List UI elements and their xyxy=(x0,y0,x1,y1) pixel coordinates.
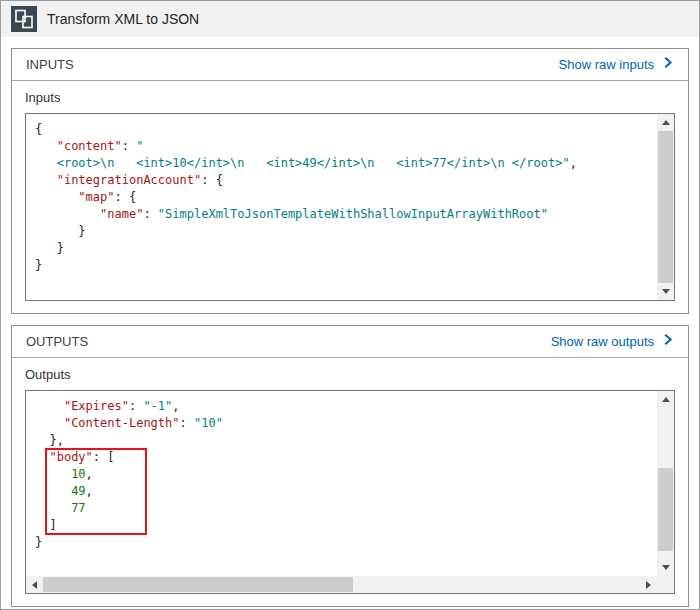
action-title: Transform XML to JSON xyxy=(47,11,199,27)
outputs-code-viewer[interactable]: "Expires": "-1", "Content-Length": "10" … xyxy=(25,390,675,594)
code-line: 77 xyxy=(35,500,648,517)
inputs-code: { "content": " <root>\n <int>10</int>\n … xyxy=(26,114,657,300)
code-line: } xyxy=(35,223,648,240)
right-arrow-icon xyxy=(646,581,651,589)
vertical-scroll-thumb[interactable] xyxy=(658,468,673,551)
inputs-vertical-scrollbar[interactable] xyxy=(657,114,674,300)
scroll-right-button[interactable] xyxy=(640,576,657,593)
outputs-horizontal-scrollbar[interactable] xyxy=(26,576,657,593)
code-line: } xyxy=(35,240,648,257)
chevron-right-icon xyxy=(661,56,674,73)
code-line: "integrationAccount": { xyxy=(35,172,648,189)
down-arrow-icon xyxy=(662,565,670,570)
transform-action-card: Transform XML to JSON INPUTS Show raw in… xyxy=(0,0,700,610)
vertical-scroll-thumb[interactable] xyxy=(658,131,673,283)
code-line: 10, xyxy=(35,466,648,483)
outputs-section: OUTPUTS Show raw outputs Outputs "Expire… xyxy=(11,325,689,607)
inputs-section-header: INPUTS Show raw inputs xyxy=(12,49,688,81)
code-line: } xyxy=(35,534,648,551)
code-line: { xyxy=(35,121,648,138)
code-line: "body": [ xyxy=(35,449,648,466)
scroll-down-button[interactable] xyxy=(657,283,674,300)
code-line: <root>\n <int>10</int>\n <int>49</int>\n… xyxy=(35,155,648,172)
inputs-code-viewer[interactable]: { "content": " <root>\n <int>10</int>\n … xyxy=(25,113,675,301)
scroll-up-button[interactable] xyxy=(657,391,674,408)
code-line: "content": " xyxy=(35,138,648,155)
outputs-code: "Expires": "-1", "Content-Length": "10" … xyxy=(26,391,657,576)
code-line: }, xyxy=(35,432,648,449)
scroll-down-button[interactable] xyxy=(657,559,674,576)
show-raw-outputs-link[interactable]: Show raw outputs xyxy=(551,333,674,350)
down-arrow-icon xyxy=(662,289,670,294)
transform-xml-to-json-icon xyxy=(11,6,37,32)
inputs-panel-body: Inputs { "content": " <root>\n <int>10</… xyxy=(12,81,688,313)
left-arrow-icon xyxy=(32,581,37,589)
show-raw-inputs-label: Show raw inputs xyxy=(559,57,654,73)
code-line: "Expires": "-1", xyxy=(35,398,648,415)
show-raw-outputs-label: Show raw outputs xyxy=(551,334,654,350)
up-arrow-icon xyxy=(662,120,670,125)
outputs-panel-body: Outputs "Expires": "-1", "Content-Length… xyxy=(12,358,688,606)
action-header[interactable]: Transform XML to JSON xyxy=(1,1,699,37)
outputs-label: Outputs xyxy=(25,367,675,383)
vertical-scroll-track[interactable] xyxy=(657,408,674,559)
scrollbar-corner xyxy=(657,576,674,593)
scroll-up-button[interactable] xyxy=(657,114,674,131)
scroll-left-button[interactable] xyxy=(26,576,43,593)
code-line: "map": { xyxy=(35,189,648,206)
code-line: 49, xyxy=(35,483,648,500)
inputs-panel-title: INPUTS xyxy=(26,57,74,73)
horizontal-scroll-thumb[interactable] xyxy=(43,577,353,592)
inputs-section: INPUTS Show raw inputs Inputs { "content… xyxy=(11,48,689,314)
show-raw-inputs-link[interactable]: Show raw inputs xyxy=(559,56,674,73)
outputs-panel-title: OUTPUTS xyxy=(26,334,88,350)
chevron-right-icon xyxy=(661,333,674,350)
code-line: "name": "SimpleXmlToJsonTemplateWithShal… xyxy=(35,206,648,223)
inputs-label: Inputs xyxy=(25,90,675,106)
up-arrow-icon xyxy=(662,397,670,402)
code-line: } xyxy=(35,257,648,274)
code-line: "Content-Length": "10" xyxy=(35,415,648,432)
vertical-scroll-track[interactable] xyxy=(657,131,674,283)
horizontal-scroll-track[interactable] xyxy=(43,576,640,593)
outputs-section-header: OUTPUTS Show raw outputs xyxy=(12,326,688,358)
outputs-vertical-scrollbar[interactable] xyxy=(657,391,674,576)
code-line: ] xyxy=(35,517,648,534)
